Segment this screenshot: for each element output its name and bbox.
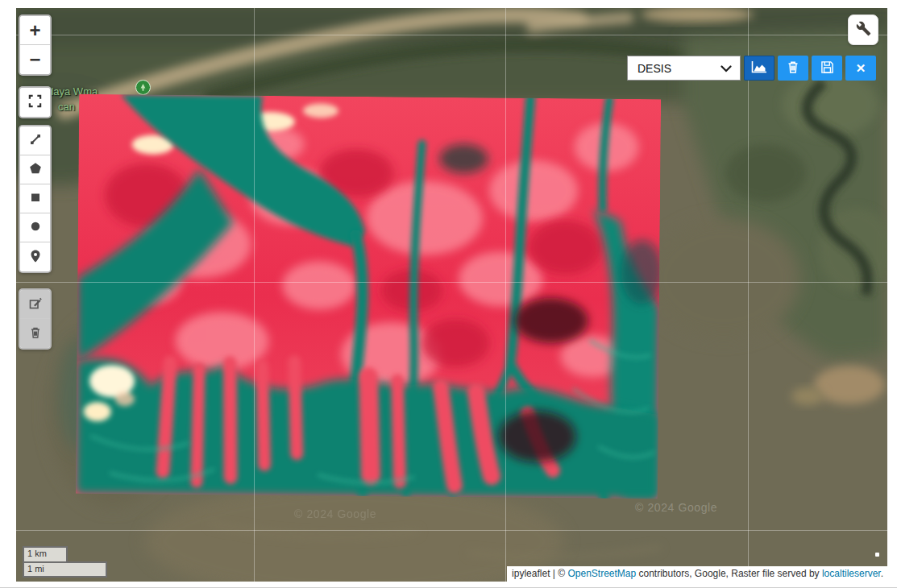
minus-icon: − (29, 50, 40, 69)
marker-icon (29, 250, 42, 265)
save-icon (820, 60, 834, 77)
graticule-line-vertical (505, 8, 506, 582)
delete-layer-button[interactable] (778, 56, 808, 81)
rectangle-icon (29, 191, 42, 206)
graticule-line-horizontal (16, 282, 887, 283)
edit-toolbar (19, 288, 52, 350)
circle-icon (29, 220, 42, 235)
draw-polygon-button[interactable] (20, 155, 50, 184)
draw-marker-button[interactable] (20, 242, 50, 271)
histogram-button[interactable] (744, 56, 774, 81)
plus-icon: + (29, 21, 40, 40)
attribution-end: . (881, 568, 883, 579)
attribution-middle-text: contributors, Google, Raster file served… (636, 568, 822, 579)
polyline-icon (29, 133, 42, 148)
polygon-icon (29, 162, 42, 177)
map-dot-marker (875, 553, 879, 557)
histogram-icon (750, 60, 768, 77)
graticule-line-vertical (748, 8, 749, 582)
wrench-icon (856, 21, 871, 39)
zoom-in-button[interactable]: + (20, 16, 50, 45)
chevron-down-icon (721, 61, 732, 76)
settings-button[interactable] (848, 14, 878, 45)
graticule-line-horizontal (16, 35, 887, 35)
place-label-canal: can (58, 101, 75, 113)
zoom-out-button[interactable]: − (20, 45, 50, 74)
draw-rectangle-button[interactable] (20, 184, 50, 213)
layer-select-dropdown[interactable]: DESIS (627, 56, 741, 81)
fullscreen-button[interactable] (20, 88, 50, 117)
attribution-separator: | © (550, 568, 567, 579)
scale-bar-km: 1 km (23, 546, 68, 561)
google-watermark: © 2024 Google (635, 501, 717, 514)
tree-icon (135, 80, 151, 95)
graticule-line-horizontal (16, 530, 887, 531)
graticule-line-vertical (254, 8, 255, 582)
close-icon: ✕ (856, 62, 866, 74)
draw-polyline-button[interactable] (20, 126, 50, 155)
draw-circle-button[interactable] (20, 213, 50, 242)
close-button[interactable]: ✕ (845, 56, 876, 81)
fullscreen-control (19, 86, 52, 118)
draw-toolbar (19, 125, 52, 273)
edit-layers-button[interactable] (20, 290, 50, 319)
scale-bar-mi: 1 mi (23, 561, 107, 578)
scale-control: 1 km 1 mi (23, 546, 107, 578)
attribution-app: ipyleaflet (512, 568, 550, 579)
zoom-control: + − (19, 14, 52, 76)
openstreetmap-link[interactable]: OpenStreetMap (567, 568, 636, 579)
google-watermark: © 2024 Google (294, 507, 376, 520)
layer-control-bar: DESIS (627, 56, 876, 81)
raster-overlay-desis (76, 94, 661, 499)
delete-layers-button[interactable] (20, 319, 50, 348)
layer-select-value: DESIS (637, 62, 671, 75)
edit-square-icon (28, 296, 42, 313)
map-canvas[interactable]: tchafalaya Wma can © 2024 Google © 2024 … (16, 8, 887, 582)
trash-icon (29, 326, 42, 342)
expand-corners-icon (28, 94, 42, 110)
localtileserver-link[interactable]: localtileserver (822, 568, 881, 579)
attribution-bar: ipyleaflet | © OpenStreetMap contributor… (507, 566, 887, 582)
trash-icon (787, 60, 799, 77)
notebook-output-cell: tchafalaya Wma can © 2024 Google © 2024 … (0, 0, 897, 588)
save-button[interactable] (812, 56, 842, 81)
